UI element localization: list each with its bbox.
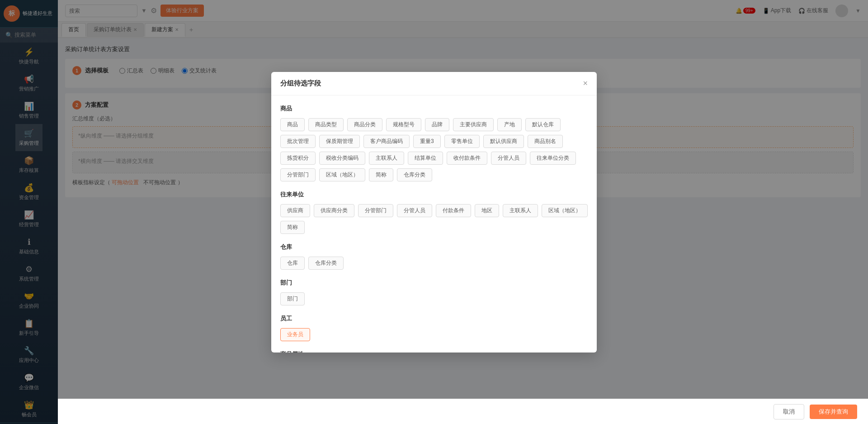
field-grid-员工: 业务员 xyxy=(280,328,588,341)
field-tag-产地[interactable]: 产地 xyxy=(497,118,522,131)
field-tag-保质期管理[interactable]: 保质期管理 xyxy=(319,135,360,148)
field-tag-拣货积分[interactable]: 拣货积分 xyxy=(280,152,316,165)
field-grid-往来单位: 供应商供应商分类分管部门分管人员付款条件地区主联系人区域（地区）简称 xyxy=(280,204,588,234)
section-title-仓库: 仓库 xyxy=(280,243,588,251)
field-tag-部门[interactable]: 部门 xyxy=(280,292,305,305)
field-grid-商品: 商品商品类型商品分类规格型号品牌主要供应商产地默认仓库批次管理保质期管理客户商品… xyxy=(280,118,588,181)
field-tag-税收分类编码[interactable]: 税收分类编码 xyxy=(319,152,365,165)
field-tag-简称[interactable]: 简称 xyxy=(369,168,393,181)
field-tag-规格型号[interactable]: 规格型号 xyxy=(386,118,421,131)
field-tag-批次管理[interactable]: 批次管理 xyxy=(280,135,316,148)
field-tag-供应商[interactable]: 供应商 xyxy=(280,204,310,217)
section-title-商品属性: 商品属性 xyxy=(280,350,588,353)
field-tag-重量3[interactable]: 重量3 xyxy=(413,135,441,148)
modal-body: 商品商品商品类型商品分类规格型号品牌主要供应商产地默认仓库批次管理保质期管理客户… xyxy=(271,95,597,353)
modal-header: 分组待选字段 × xyxy=(271,72,597,95)
field-tag-分管人员[interactable]: 分管人员 xyxy=(397,204,432,217)
section-往来单位: 往来单位供应商供应商分类分管部门分管人员付款条件地区主联系人区域（地区）简称 xyxy=(280,191,588,234)
field-tag-商品[interactable]: 商品 xyxy=(280,118,305,131)
field-tag-结算单位[interactable]: 结算单位 xyxy=(408,152,443,165)
field-grid-部门: 部门 xyxy=(280,292,588,305)
section-title-员工: 员工 xyxy=(280,314,588,323)
field-tag-业务员[interactable]: 业务员 xyxy=(280,328,310,341)
field-tag-商品别名[interactable]: 商品别名 xyxy=(528,135,563,148)
field-tag-分管部门[interactable]: 分管部门 xyxy=(280,168,316,181)
modal-close-btn[interactable]: × xyxy=(583,79,588,87)
section-仓库: 仓库仓库仓库分类 xyxy=(280,243,588,270)
section-员工: 员工业务员 xyxy=(280,314,588,341)
field-tag-零售单位[interactable]: 零售单位 xyxy=(444,135,480,148)
field-tag-主联系人[interactable]: 主联系人 xyxy=(369,152,404,165)
field-tag-商品类型[interactable]: 商品类型 xyxy=(308,118,344,131)
section-商品属性: 商品属性属性颜色多规格尺码鞋码1 xyxy=(280,350,588,353)
save-btn[interactable]: 保存并查询 xyxy=(810,405,857,419)
cancel-btn[interactable]: 取消 xyxy=(774,404,804,419)
field-tag-简称[interactable]: 简称 xyxy=(280,221,305,234)
field-tag-默认供应商[interactable]: 默认供应商 xyxy=(483,135,524,148)
field-tag-分管人员[interactable]: 分管人员 xyxy=(491,152,526,165)
field-tag-客户商品编码[interactable]: 客户商品编码 xyxy=(363,135,410,148)
field-grid-仓库: 仓库仓库分类 xyxy=(280,257,588,270)
field-tag-商品分类[interactable]: 商品分类 xyxy=(347,118,382,131)
field-tag-主联系人[interactable]: 主联系人 xyxy=(503,204,538,217)
field-tag-收付款条件[interactable]: 收付款条件 xyxy=(447,152,487,165)
field-tag-品牌[interactable]: 品牌 xyxy=(425,118,449,131)
section-title-商品: 商品 xyxy=(280,105,588,113)
section-title-往来单位: 往来单位 xyxy=(280,191,588,199)
section-商品: 商品商品商品类型商品分类规格型号品牌主要供应商产地默认仓库批次管理保质期管理客户… xyxy=(280,105,588,181)
bottom-bar: 取消 保存并查询 xyxy=(58,399,868,424)
field-tag-供应商分类[interactable]: 供应商分类 xyxy=(314,204,354,217)
section-部门: 部门部门 xyxy=(280,279,588,305)
field-tag-仓库分类[interactable]: 仓库分类 xyxy=(397,168,432,181)
field-tag-区域（地区）[interactable]: 区域（地区） xyxy=(542,204,588,217)
field-tag-仓库[interactable]: 仓库 xyxy=(280,257,305,270)
field-tag-往来单位分类[interactable]: 往来单位分类 xyxy=(530,152,576,165)
section-title-部门: 部门 xyxy=(280,279,588,287)
field-tag-仓库分类[interactable]: 仓库分类 xyxy=(308,257,344,270)
field-tag-付款条件[interactable]: 付款条件 xyxy=(436,204,471,217)
field-tag-主要供应商[interactable]: 主要供应商 xyxy=(453,118,494,131)
field-tag-默认仓库[interactable]: 默认仓库 xyxy=(525,118,561,131)
field-select-modal: 分组待选字段 × 商品商品商品类型商品分类规格型号品牌主要供应商产地默认仓库批次… xyxy=(271,72,597,353)
field-tag-地区[interactable]: 地区 xyxy=(475,204,499,217)
field-tag-分管部门[interactable]: 分管部门 xyxy=(358,204,393,217)
modal-title: 分组待选字段 xyxy=(280,79,321,88)
field-tag-区域（地区）[interactable]: 区域（地区） xyxy=(319,168,365,181)
